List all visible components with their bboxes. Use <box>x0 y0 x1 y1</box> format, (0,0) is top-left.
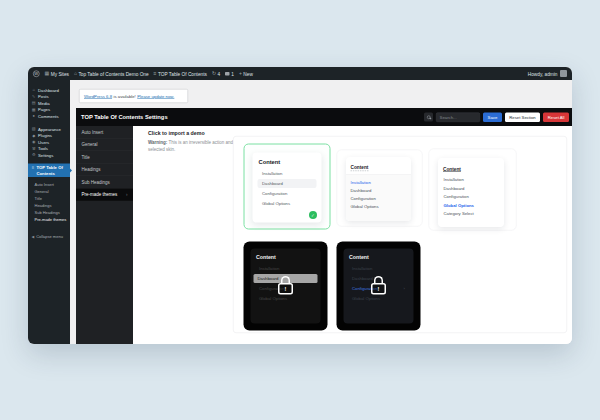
theme-preview: Content Installation Dashboard Configura… <box>438 158 504 227</box>
toc-list-icon: ≡ <box>154 71 157 76</box>
admin-bar-plugin-link[interactable]: ≡ TOP Table Of Contents <box>154 71 207 77</box>
update-notice-text: is available! <box>114 94 136 99</box>
lock-exclamation: ! <box>285 286 287 292</box>
admin-bar: W ▦ My Sites ⌂ Top Table of Contents Dem… <box>28 67 572 80</box>
comments-count: 1 <box>231 71 234 77</box>
settings-icon: ⚙ <box>32 153 37 157</box>
comment-bubble-icon <box>225 72 230 76</box>
lock-exclamation: ! <box>378 286 380 292</box>
selected-check-icon: ✓ <box>309 211 317 219</box>
sidebar-item-settings[interactable]: ⚙ Settings <box>28 152 70 159</box>
toc-preview-title: Content <box>443 166 461 172</box>
sidebar-subitem-title[interactable]: Title <box>28 195 70 202</box>
sidebar-submenu: Auto Insert General Title Headings Sub H… <box>28 181 70 223</box>
wordpress-logo-icon[interactable]: W <box>33 70 40 77</box>
plus-icon: + <box>239 71 242 76</box>
search-icon <box>427 115 431 119</box>
toc-preview-item: Configuration <box>443 193 499 201</box>
reset-section-button[interactable]: Reset Section <box>505 112 540 122</box>
sidebar-item-label: Appearance <box>38 126 61 131</box>
settings-nav-general[interactable]: General <box>76 139 133 152</box>
lock-icon: ! <box>371 276 386 295</box>
media-icon: ▤ <box>32 101 37 105</box>
theme-preview: Content Installation Dashboard Configura… <box>253 153 322 223</box>
sidebar-item-label: Settings <box>38 152 53 157</box>
toc-preview-item-link: Installation <box>346 179 411 187</box>
admin-bar-account[interactable]: Howdy, admin <box>528 70 567 77</box>
updates-icon: ↻ <box>212 71 216 76</box>
theme-card-light-3[interactable]: Content Installation Dashboard Configura… <box>429 149 517 231</box>
collapse-arrow-icon: ◀ <box>32 234 35 238</box>
sidebar-subitem-auto-insert[interactable]: Auto Insert <box>28 181 70 188</box>
settings-nav-auto-insert[interactable]: Auto Insert <box>76 126 133 139</box>
search-input[interactable] <box>436 112 480 122</box>
lock-shackle <box>281 276 290 283</box>
sidebar-subitem-general[interactable]: General <box>28 188 70 195</box>
sidebar-item-comments[interactable]: ● Comments <box>28 113 70 120</box>
admin-bar-comments[interactable]: 1 <box>225 71 234 77</box>
lock-icon: ! <box>278 276 293 295</box>
toc-preview-item: Global Options <box>255 294 316 303</box>
admin-bar-site-name[interactable]: ⌂ Top Table of Contents Demo One <box>74 71 149 77</box>
settings-body: Auto Insert General Title Headings Sub H… <box>76 126 572 344</box>
sidebar-subitem-headings[interactable]: Headings <box>28 202 70 209</box>
sidebar-subitem-pre-made-themes[interactable]: Pre-made themes <box>28 216 70 223</box>
sidebar-item-top-table-of-contents[interactable]: ≡ TOP Table Of Contents <box>28 164 70 178</box>
settings-header: TOP Table Of Contents Settings Save Rese… <box>76 108 572 126</box>
my-sites-label: My Sites <box>51 71 69 77</box>
sidebar-item-label: Posts <box>38 94 49 99</box>
settings-nav-sub-headings[interactable]: Sub Headings <box>76 176 133 189</box>
theme-card-light-2[interactable]: Content Installation Dashboard Configura… <box>337 150 423 227</box>
sidebar-item-label: Pages <box>38 107 50 112</box>
sidebar-item-label: Tools <box>38 146 48 151</box>
plugin-link-label: TOP Table Of Contents <box>158 71 207 77</box>
search-toggle-button[interactable] <box>424 113 433 122</box>
theme-card-locked-1[interactable]: Content Installation Dashboard Configura… <box>244 242 328 331</box>
toc-preview-item: Category Select <box>443 210 499 218</box>
chevron-right-icon: › <box>404 286 405 291</box>
wordpress-admin: W ▦ My Sites ⌂ Top Table of Contents Dem… <box>28 67 572 344</box>
theme-card-locked-2[interactable]: Content Installation Dashboard Configura… <box>337 242 421 331</box>
toc-preview-item: Global Options <box>348 294 409 303</box>
toc-preview-item: Global Options <box>346 203 411 211</box>
collapse-menu-button[interactable]: ◀ Collapse menu <box>28 234 70 239</box>
toc-menu-icon: ≡ <box>32 166 35 176</box>
toc-preview-item: Installation <box>258 169 317 178</box>
wordpress-version-link[interactable]: WordPress 6.8 <box>84 94 112 99</box>
toc-preview-item: Global Options <box>258 199 317 208</box>
site-name-label: Top Table of Contents Demo One <box>78 71 148 77</box>
toc-preview-item: Installation <box>255 264 316 273</box>
toc-preview-item: Configuration <box>346 195 411 203</box>
house-icon: ⌂ <box>74 71 77 76</box>
appearance-icon: ▧ <box>32 127 37 131</box>
plugin-settings-panel: TOP Table Of Contents Settings Save Rese… <box>76 108 572 344</box>
tools-icon: ⚒ <box>32 146 37 150</box>
warning-label: Warning: <box>148 140 167 145</box>
admin-bar-new[interactable]: + New <box>239 71 253 77</box>
wp-sidebar: ⌂ Dashboard ✎ Posts ▤ Media ▦ Pages ● <box>28 80 70 344</box>
howdy-label: Howdy, admin <box>528 71 558 77</box>
settings-nav-pre-made-themes[interactable]: Pre-made themes › <box>76 189 133 202</box>
admin-content-area: WordPress 6.8 is available! Please updat… <box>70 80 572 344</box>
theme-card-selected[interactable]: Content Installation Dashboard Configura… <box>244 144 331 230</box>
settings-nav-headings[interactable]: Headings <box>76 164 133 177</box>
users-icon: ◉ <box>32 140 37 144</box>
avatar <box>560 70 567 77</box>
toc-preview-item: Installation <box>348 264 409 273</box>
settings-page-title: TOP Table Of Contents Settings <box>81 114 168 120</box>
update-notice: WordPress 6.8 is available! Please updat… <box>79 89 188 103</box>
admin-bar-updates[interactable]: ↻ 4 <box>212 71 220 77</box>
toc-preview-title: Content <box>255 254 316 260</box>
lock-shackle <box>374 276 383 283</box>
reset-all-button[interactable]: Reset All <box>543 112 569 122</box>
toc-preview-title: Content <box>348 254 409 260</box>
save-button[interactable]: Save <box>483 112 502 122</box>
admin-bar-my-sites[interactable]: ▦ My Sites <box>45 71 69 77</box>
check-glyph: ✓ <box>311 213 315 218</box>
sidebar-subitem-sub-headings[interactable]: Sub Headings <box>28 209 70 216</box>
update-now-link[interactable]: Please update now. <box>137 94 174 99</box>
settings-nav-title[interactable]: Title <box>76 151 133 164</box>
toc-preview-item: Dashboard <box>443 184 499 192</box>
sidebar-item-label: Media <box>38 100 50 105</box>
comments-icon: ● <box>32 114 37 118</box>
